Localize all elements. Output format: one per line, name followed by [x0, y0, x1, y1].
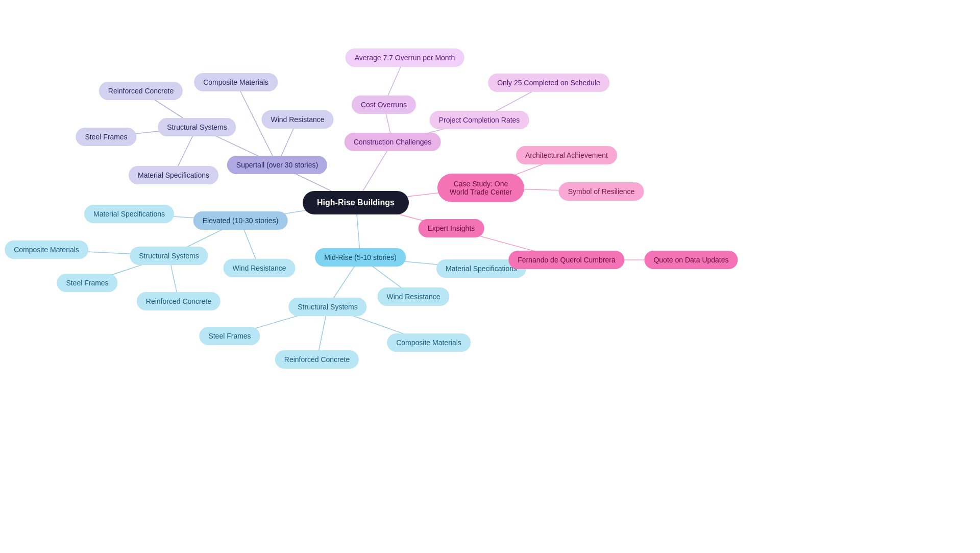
node-cost-overruns[interactable]: Cost Overruns: [352, 95, 416, 114]
node-sup-windresist[interactable]: Wind Resistance: [261, 110, 333, 129]
node-fernando[interactable]: Fernando de Querol Cumbrera: [508, 251, 624, 269]
node-midrise[interactable]: Mid-Rise (5-10 stories): [315, 248, 406, 267]
node-project-completion[interactable]: Project Completion Rates: [430, 111, 529, 129]
node-arch-achievement[interactable]: Architectural Achievement: [516, 146, 617, 164]
node-construction[interactable]: Construction Challenges: [345, 133, 441, 151]
node-elev-structural[interactable]: Structural Systems: [130, 247, 208, 265]
node-supertall[interactable]: Supertall (over 30 stories): [227, 156, 327, 174]
node-only25[interactable]: Only 25 Completed on Schedule: [488, 74, 609, 92]
node-sup-composite[interactable]: Composite Materials: [194, 73, 278, 91]
node-mid-structural[interactable]: Structural Systems: [288, 298, 366, 316]
node-sup-structural[interactable]: Structural Systems: [158, 118, 236, 136]
mind-map: High-Rise BuildingsSupertall (over 30 st…: [0, 0, 980, 553]
node-quote[interactable]: Quote on Data Updates: [644, 251, 738, 269]
node-elevated[interactable]: Elevated (10-30 stories): [193, 211, 288, 230]
node-casestudy[interactable]: Case Study: One World Trade Center: [437, 174, 524, 202]
node-elev-composite[interactable]: Composite Materials: [5, 241, 88, 259]
node-mid-windresist[interactable]: Wind Resistance: [377, 287, 449, 306]
node-mid-composite[interactable]: Composite Materials: [387, 333, 471, 352]
node-elev-reinf[interactable]: Reinforced Concrete: [137, 292, 220, 310]
node-elev-steel[interactable]: Steel Frames: [57, 274, 117, 292]
node-mid-reinf[interactable]: Reinforced Concrete: [275, 350, 359, 369]
node-sup-reinf[interactable]: Reinforced Concrete: [99, 82, 183, 100]
node-mid-steel[interactable]: Steel Frames: [199, 327, 260, 345]
node-sup-steel[interactable]: Steel Frames: [76, 128, 136, 146]
node-elev-matspec[interactable]: Material Specifications: [84, 205, 174, 223]
node-elev-windresist[interactable]: Wind Resistance: [223, 259, 295, 277]
node-avg-overrun[interactable]: Average 7.7 Overrun per Month: [346, 49, 464, 67]
node-sup-matspec[interactable]: Material Specifications: [129, 166, 218, 184]
node-center[interactable]: High-Rise Buildings: [303, 191, 409, 214]
node-symbol[interactable]: Symbol of Resilience: [559, 182, 644, 201]
node-expertinsights[interactable]: Expert Insights: [419, 219, 484, 237]
